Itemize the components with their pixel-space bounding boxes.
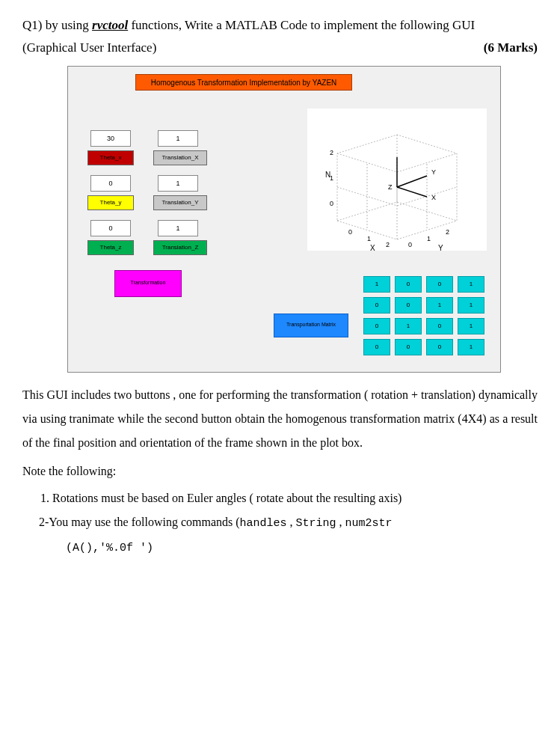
m30: 0 [363, 339, 390, 355]
m03: 1 [458, 276, 484, 293]
trans-y-input[interactable]: 1 [158, 175, 198, 192]
axis-x-label: X [431, 194, 436, 201]
tick-n1: 1 [330, 174, 333, 182]
note-item-2: 2-You may use the following commands (ha… [52, 510, 538, 560]
m33: 1 [458, 339, 484, 355]
theta-x-label[interactable]: Theta_x [87, 150, 134, 165]
axis-y-outer: Y [438, 244, 443, 251]
note-1-text: Rotations must be based on Euler angles … [52, 492, 401, 504]
trans-x-input[interactable]: 1 [158, 130, 198, 147]
trans-x-label[interactable]: Translation_X [153, 150, 207, 165]
m00: 1 [363, 276, 390, 293]
matrix-output: 1 0 0 1 0 0 1 1 0 1 0 1 0 0 0 1 [363, 276, 484, 355]
tick-n2: 2 [330, 149, 333, 156]
theta-z-label[interactable]: Theta_z [87, 240, 134, 255]
rvctool-word: rvctool [92, 18, 128, 32]
m02: 0 [426, 276, 453, 293]
axis-z-label: Z [388, 183, 393, 191]
m32: 0 [426, 339, 453, 355]
sep2: , [336, 516, 345, 528]
question-line-1: Q1) by using rvctool functions, Write a … [22, 13, 538, 37]
q-prefix: Q1) by using [22, 18, 92, 32]
m12: 1 [426, 297, 453, 314]
theta-y-input[interactable]: 0 [90, 175, 131, 192]
axis-y-label: Y [431, 168, 436, 176]
m01: 0 [395, 276, 422, 293]
note-list: Rotations must be based on Euler angles … [52, 486, 538, 560]
code-handles: handles [240, 517, 287, 530]
description-paragraph: This GUI includes two buttons , one for … [22, 383, 538, 455]
code-num2str: num2str [345, 517, 393, 530]
tick-y0: 0 [408, 241, 412, 248]
gui-label: (Graphical User Interface) [22, 40, 156, 55]
m21: 1 [395, 318, 422, 334]
plot-axes: X Y Z N 2 1 0 0 1 2 X 0 1 2 Y [307, 108, 487, 251]
code-line-2: (A(),'%.0f ') [66, 542, 153, 554]
tick-n0: 0 [330, 200, 333, 207]
theta-z-input[interactable]: 0 [90, 220, 131, 236]
trans-z-label[interactable]: Translation_Z [153, 240, 207, 255]
svg-line-0 [397, 187, 427, 197]
svg-line-1 [397, 176, 427, 187]
m11: 0 [395, 297, 422, 314]
theta-x-input[interactable]: 30 [90, 130, 131, 147]
note-item-1: Rotations must be based on Euler angles … [52, 486, 538, 510]
tick-y2: 2 [446, 228, 449, 236]
transformation-button[interactable]: Transformation [114, 270, 182, 297]
trans-z-input[interactable]: 1 [158, 220, 198, 236]
m31: 0 [395, 339, 422, 355]
axis-x-outer: X [370, 244, 375, 251]
m13: 1 [458, 297, 484, 314]
theta-y-label[interactable]: Theta_y [87, 195, 134, 210]
gui-title-bar: Homogenous Transformation Implementation… [135, 74, 352, 91]
note-2a: You may use the following commands ( [49, 516, 239, 528]
code-string: String [296, 517, 336, 530]
m23: 1 [458, 318, 484, 334]
gui-window: Homogenous Transformation Implementation… [67, 66, 501, 373]
transportation-matrix-button[interactable]: Transportation Matrix [274, 314, 348, 337]
note-heading: Note the following: [22, 459, 538, 483]
m22: 0 [426, 318, 453, 334]
m20: 0 [363, 318, 390, 334]
sep1: , [287, 516, 296, 528]
tick-x0: 0 [348, 228, 352, 236]
m10: 0 [363, 297, 390, 314]
question-line-2: (Graphical User Interface) (6 Marks) [22, 40, 538, 55]
q-rest: functions, Write a MATLAB Code to implem… [128, 18, 475, 32]
tick-x2: 2 [386, 241, 390, 248]
tick-x1: 1 [367, 235, 371, 242]
trans-y-label[interactable]: Translation_Y [153, 195, 207, 210]
marks-label: (6 Marks) [484, 40, 538, 55]
tick-y1: 1 [427, 235, 431, 242]
